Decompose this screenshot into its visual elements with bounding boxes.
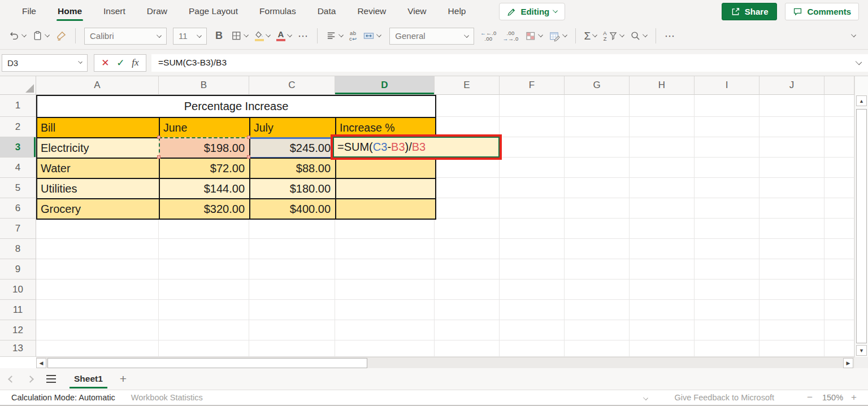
grid-cell-K4[interactable] <box>824 158 854 178</box>
row-header-6[interactable]: 6 <box>0 198 36 219</box>
grid-cell-C8[interactable] <box>249 239 335 259</box>
cell-D3-formula-editor[interactable]: =SUM(C3-B3)/B3 <box>333 137 500 158</box>
grid-cell-E7[interactable] <box>435 219 500 239</box>
cell-A2[interactable]: Bill <box>36 117 160 138</box>
grid-cell-I3[interactable] <box>695 137 760 158</box>
horizontal-scrollbar-thumb[interactable] <box>47 358 367 368</box>
grid-cell-F3[interactable] <box>500 137 565 158</box>
grid-cell-F13[interactable] <box>500 340 565 357</box>
grid-cell-H9[interactable] <box>630 259 695 280</box>
grid-cell-G5[interactable] <box>565 178 630 198</box>
scroll-up-button[interactable]: ▲ <box>856 95 867 106</box>
grid-cell-F11[interactable] <box>500 300 565 320</box>
font-name-select[interactable]: Calibri <box>84 28 167 45</box>
grid-cell-J5[interactable] <box>760 178 824 198</box>
tab-home[interactable]: Home <box>47 0 93 23</box>
number-format-select[interactable]: General <box>389 28 474 45</box>
grid-cell-D11[interactable] <box>335 300 435 320</box>
row-header-4[interactable]: 4 <box>0 158 36 178</box>
grid-cell-H4[interactable] <box>630 158 695 178</box>
select-all-button[interactable] <box>0 76 36 95</box>
column-header-E[interactable]: E <box>435 76 500 95</box>
grid-cell-C11[interactable] <box>249 300 335 320</box>
increase-decimal-button[interactable]: .00 →→.0 <box>502 30 518 42</box>
grid-cell-K3[interactable] <box>824 137 854 158</box>
grid-cell-D13[interactable] <box>335 340 435 357</box>
grid-cell-E11[interactable] <box>435 300 500 320</box>
grid-cell-I6[interactable] <box>695 198 760 219</box>
comments-button[interactable]: Comments <box>785 3 859 20</box>
cell-C5[interactable]: $180.00 <box>249 178 336 199</box>
cell-C3-blue-reference[interactable]: $245.00 <box>249 137 336 159</box>
grid-cell-J10[interactable] <box>760 280 824 300</box>
row-header-13[interactable]: 13 <box>0 340 36 357</box>
grid-cell-C10[interactable] <box>249 280 335 300</box>
calculation-mode-status[interactable]: Calculation Mode: Automatic <box>11 393 115 402</box>
enter-icon[interactable]: ✓ <box>116 57 124 69</box>
add-sheet-button[interactable]: + <box>120 372 127 386</box>
grid-cell-B10[interactable] <box>159 280 249 300</box>
grid-cell-H1[interactable] <box>630 95 695 117</box>
grid-cell-I9[interactable] <box>695 259 760 280</box>
grid-cell-K11[interactable] <box>824 300 854 320</box>
grid-cell-G4[interactable] <box>565 158 630 178</box>
tab-formulas[interactable]: Formulas <box>249 0 307 23</box>
grid-cell-H3[interactable] <box>630 137 695 158</box>
tab-view[interactable]: View <box>397 0 437 23</box>
grid-cell-H12[interactable] <box>630 320 695 340</box>
grid-cell-C7[interactable] <box>249 219 335 239</box>
grid-cell-E6[interactable] <box>435 198 500 219</box>
grid-cell-K5[interactable] <box>824 178 854 198</box>
grid-cell-K7[interactable] <box>824 219 854 239</box>
row-header-2[interactable]: 2 <box>0 117 36 137</box>
horizontal-scrollbar[interactable]: ◀ ▶ <box>36 357 854 368</box>
conditional-formatting-button[interactable] <box>525 30 542 42</box>
cell-B4[interactable]: $72.00 <box>159 158 250 179</box>
vertical-scrollbar[interactable]: ▲ ▼ <box>854 76 868 357</box>
grid-cell-F6[interactable] <box>500 198 565 219</box>
grid-cell-F5[interactable] <box>500 178 565 198</box>
font-size-select[interactable]: 11 <box>173 28 207 45</box>
column-header-F[interactable]: F <box>500 76 565 95</box>
grid-cell-G9[interactable] <box>565 259 630 280</box>
cell-D5[interactable] <box>335 178 436 199</box>
share-button[interactable]: Share <box>722 3 778 20</box>
grid-cell-J6[interactable] <box>760 198 824 219</box>
grid-cell-H7[interactable] <box>630 219 695 239</box>
grid-cell-A10[interactable] <box>36 280 159 300</box>
grid-cell-F10[interactable] <box>500 280 565 300</box>
align-button[interactable] <box>326 30 343 41</box>
grid-cell-A12[interactable] <box>36 320 159 340</box>
grid-cell-H10[interactable] <box>630 280 695 300</box>
grid-cell-C9[interactable] <box>249 259 335 280</box>
grid-cell-D10[interactable] <box>335 280 435 300</box>
decrease-decimal-button[interactable]: ←←.0 .00 <box>480 30 496 42</box>
grid-cell-I13[interactable] <box>695 340 760 357</box>
row-header-5[interactable]: 5 <box>0 178 36 198</box>
undo-button[interactable] <box>9 30 26 41</box>
grid-cell-H13[interactable] <box>630 340 695 357</box>
row-header-10[interactable]: 10 <box>0 280 36 300</box>
cancel-icon[interactable]: ✕ <box>101 57 109 69</box>
cell-A6[interactable]: Grocery <box>36 198 160 220</box>
ribbon-more-button[interactable]: ⋯ <box>665 30 675 42</box>
format-painter-button[interactable] <box>55 30 67 42</box>
grid-cell-E9[interactable] <box>435 259 500 280</box>
grid-cell-A9[interactable] <box>36 259 159 280</box>
grid-cell-E10[interactable] <box>435 280 500 300</box>
grid-cell-G13[interactable] <box>565 340 630 357</box>
cell-B2[interactable]: June <box>159 117 250 138</box>
grid-cell-J8[interactable] <box>760 239 824 259</box>
tab-draw[interactable]: Draw <box>136 0 178 23</box>
find-button[interactable] <box>630 30 647 41</box>
grid-cell-I5[interactable] <box>695 178 760 198</box>
row-header-12[interactable]: 12 <box>0 320 36 340</box>
tab-insert[interactable]: Insert <box>93 0 136 23</box>
grid-cell-E1[interactable] <box>435 95 500 117</box>
tab-review[interactable]: Review <box>346 0 397 23</box>
cell-B5[interactable]: $144.00 <box>159 178 250 199</box>
column-header-H[interactable]: H <box>630 76 695 95</box>
cell-C6[interactable]: $400.00 <box>249 198 336 220</box>
row-header-7[interactable]: 7 <box>0 219 36 239</box>
grid-cell-G1[interactable] <box>565 95 630 117</box>
